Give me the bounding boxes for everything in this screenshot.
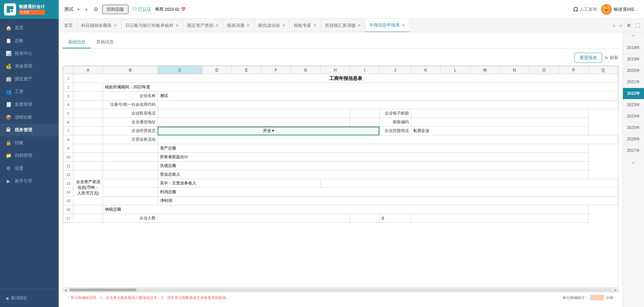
year-item-2026年[interactable]: 2026年 [623,134,644,145]
cell-r12-c3[interactable]: 营业总收入 [158,170,588,179]
calendar-icon[interactable]: 📅 [181,7,186,12]
cell-r17-c1[interactable] [73,214,103,223]
cell-r3-c3[interactable]: 测试 [158,92,618,100]
cell-r5-c6[interactable] [411,109,588,118]
sidebar-item-ledger[interactable]: 📋总账 [0,34,59,47]
cell-r6-c4[interactable] [350,118,379,127]
header-add-btn[interactable]: ＋ [84,5,90,13]
support-btn[interactable]: 🎧 人工咨询 [573,6,597,12]
cell-r7-c1[interactable] [73,127,103,135]
tab-税负波动表[interactable]: 税负波动表✕ [254,19,290,32]
tabs-prev-btn[interactable]: ‹ [611,23,617,29]
cell-r12-c1[interactable]: 企业资产状况信息(币种：人民币万元) [73,170,103,205]
year-item-2027年[interactable]: 2027年 [623,145,644,157]
sub-tab-其他信息[interactable]: 其他信息 [91,36,119,48]
year-scroll-up-btn[interactable]: ⌃ [623,32,644,42]
cell-r11-c3[interactable]: 负债总额 [158,162,588,170]
tab-close-icon[interactable]: ✕ [282,23,285,28]
scroll-left-btn[interactable]: ◂ [63,287,68,292]
sidebar-item-reports[interactable]: 📊报表中心 [0,47,59,60]
cell-r15-c2[interactable]: 净利润 [158,196,618,205]
cell-r11-c1[interactable] [73,162,103,170]
tab-科目辅助余额表[interactable]: 科目辅助余额表✕ [77,19,121,32]
cell-r10-c3[interactable]: 所有者权益合计 [158,153,588,162]
tab-close-icon[interactable]: ✕ [402,23,405,28]
cell-r17-c2[interactable]: 从业人数 [103,214,158,223]
cell-r1-c1[interactable]: 工商年报信息表 [73,74,618,83]
cell-r4-c2[interactable]: 注册号/统一社会信用代码 [103,100,158,109]
cell-r8-c1[interactable] [73,135,103,144]
year-scroll-down-btn[interactable]: ⌄ [623,157,644,167]
cell-r17-c6[interactable] [411,214,588,223]
cell-r13-c3[interactable] [320,179,618,188]
header-settings-btn[interactable]: ⚙ [94,6,98,12]
cell-r14-c1[interactable] [103,188,158,196]
sidebar-item-settings[interactable]: ⚙设置 [0,162,59,175]
cell-r16-c1[interactable] [73,205,103,214]
cell-r5-c2[interactable]: 企业联系电话 [103,109,158,118]
cell-r6-c6[interactable] [411,118,588,127]
cell-r7-c4[interactable]: 企业控股情况 [379,127,411,135]
cell-r6-c3[interactable] [158,118,350,127]
sidebar-item-tax[interactable]: 🏛税务管理 [0,124,59,136]
tab-日记账与银行对账单核对[interactable]: 日记账与银行对账单核对✕ [121,19,183,32]
tab-税检专家[interactable]: 税检专家✕ [290,19,321,32]
tab-close-icon[interactable]: ✕ [114,23,117,28]
cell-r9-c1[interactable] [73,144,103,153]
sidebar-item-inventory[interactable]: 📦进销台账 [0,111,59,124]
cell-r17-c4[interactable] [350,214,379,223]
year-item-2021年[interactable]: 2021年 [623,77,644,88]
year-item-2019年[interactable]: 2019年 [623,54,644,65]
tab-close-icon[interactable]: ✕ [175,23,179,28]
user-menu[interactable]: 🐱 畅捷通B组… [601,4,639,15]
scroll-horizontal[interactable]: ◂ ▸ [63,288,618,292]
year-item-2018年[interactable]: 2018年 [623,42,644,54]
cell-r7-c3[interactable]: 开业 ▾ [158,127,379,135]
year-item-2024年[interactable]: 2024年 [623,111,644,122]
scroll-right-btn[interactable]: ▸ [613,287,618,292]
tab-close-icon[interactable]: ✕ [215,23,219,28]
year-item-2022年[interactable]: 2022年 [623,88,644,99]
tab-年报信息申报表[interactable]: 年报信息申报表✕ [365,19,410,32]
cell-r8-c3[interactable] [158,135,618,144]
cell-r12-c2[interactable] [103,170,158,179]
cell-r5-c5[interactable]: 企业电子邮箱 [379,109,411,118]
reset-report-btn[interactable]: 重置报表 [575,53,602,63]
cell-r17-c3[interactable] [158,214,350,223]
cell-r2-c1[interactable] [73,83,103,92]
sidebar-item-assets[interactable]: 🏢固定资产 [0,73,59,85]
cell-r13-c2[interactable]: 其中：主营业务收入 [158,179,320,188]
cell-r2-c2[interactable]: 税款所属期间：2022年度 [103,83,618,92]
cell-r4-c3[interactable] [158,100,618,109]
cell-r5-c4[interactable] [350,109,379,118]
cell-r4-c1[interactable] [73,100,103,109]
tabs-next-btn[interactable]: › [618,23,624,29]
sidebar-item-capital[interactable]: 💰资金管理 [0,60,59,73]
year-item-2025年[interactable]: 2025年 [623,122,644,134]
cell-r13-c1[interactable] [103,179,158,188]
cell-r17-c5[interactable]: 0 [379,214,411,223]
tab-close-icon[interactable]: ✕ [313,23,317,28]
tab-首页[interactable]: 首页 [61,19,77,32]
refresh-btn[interactable]: ↻ 刷新 [605,55,619,61]
sidebar-item-home[interactable]: 🏠首页 [0,21,59,34]
switch-version-btn[interactable]: 切到旧版 [102,5,128,14]
sidebar-item-payroll[interactable]: 👥工资 [0,85,59,98]
cell-r5-c3[interactable] [158,109,350,118]
spreadsheet-scroll[interactable]: ABCDEFGHIJKLMNOPQ 1工商年报信息表2税款所属期间：2022年度… [63,66,618,288]
tab-税表清册[interactable]: 税表清册✕ [223,19,254,32]
cell-r10-c1[interactable] [73,153,103,162]
cell-r9-c3[interactable]: 资产总额 [158,144,588,153]
cell-r14-c2[interactable]: 利润总额 [158,188,618,196]
tab-close-icon[interactable]: ✕ [247,23,250,28]
cell-r5-c1[interactable] [73,109,103,118]
tab-所得税汇算清缴[interactable]: 所得税汇算清缴✕ [321,19,365,32]
year-item-2020年[interactable]: 2020年 [623,65,644,77]
header-dropdown-btn[interactable]: ▾ [77,7,79,12]
cell-r7-c2[interactable]: 企业经营状态 [103,127,158,135]
sidebar-item-close[interactable]: 🔒结账 [0,136,59,149]
sub-tab-基础信息[interactable]: 基础信息 [63,36,91,48]
tab-close-icon[interactable]: ✕ [358,23,361,28]
scroll-h-thumb[interactable] [69,289,137,291]
year-item-2023年[interactable]: 2023年 [623,99,644,111]
